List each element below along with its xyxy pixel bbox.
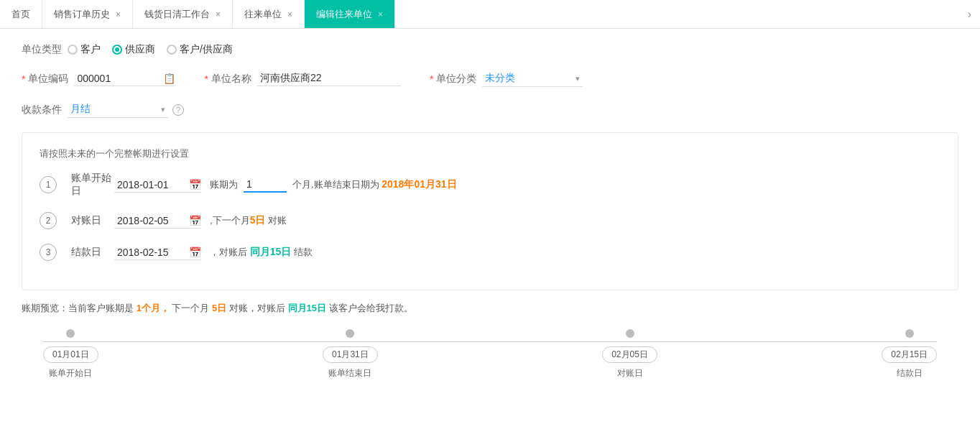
unit-name-input[interactable] xyxy=(257,71,401,86)
period-start-date-input[interactable] xyxy=(114,178,186,192)
payment-help-icon[interactable]: ? xyxy=(172,104,184,116)
period-recon-date-input[interactable] xyxy=(114,213,186,228)
preview-day-orange: 5日 xyxy=(212,303,226,313)
preview-prefix: 账期预览：当前客户账期是 xyxy=(22,303,134,313)
tab-partner-unit-close[interactable]: × xyxy=(287,9,292,19)
period-payment-day-highlight: 同月15日 xyxy=(250,246,292,259)
tab-edit-partner[interactable]: 编辑往来单位 × xyxy=(305,0,395,28)
period-row1-suffix-before: 账期为 xyxy=(210,178,238,191)
period-month-input[interactable] xyxy=(244,177,287,191)
period-field-label-3: 结款日 xyxy=(71,246,114,259)
form-row-unit-info: * 单位编码 📋 * 单位名称 * 单位分类 未分类 ▾ xyxy=(22,70,958,87)
period-end-date-highlight: 2018年01月31日 xyxy=(382,178,456,191)
period-payment-date-wrap: 📅 xyxy=(114,245,201,260)
payment-condition-value: 月结 xyxy=(70,103,157,116)
radio-customer-circle xyxy=(68,45,78,55)
tab-home[interactable]: 首页 xyxy=(0,0,42,28)
unit-category-dropdown[interactable]: 未分类 ▾ xyxy=(482,70,583,87)
period-settings-box: 请按照未来的一个完整帐期进行设置 1 账单开始日 📅 账期为 个月,账单结束日期… xyxy=(22,132,958,290)
period-row1-suffix-after: 个月,账单结束日期为 xyxy=(292,178,382,191)
timeline-label-2: 对账日 xyxy=(617,367,643,380)
preview-day-teal: 同月15日 xyxy=(288,303,329,313)
payment-condition-dropdown[interactable]: 月结 ▾ xyxy=(68,101,168,118)
radio-supplier-circle xyxy=(112,45,122,55)
timeline-badge-2: 02月05日 xyxy=(602,346,657,363)
period-field-label-1: 账单开始日 xyxy=(71,172,114,198)
timeline-node-1: 01月31日 账单结束日 xyxy=(323,329,378,380)
unit-category-value: 未分类 xyxy=(485,72,571,85)
period-row2-prefix: ,下一个月 xyxy=(210,214,250,227)
period-row-3: 3 结款日 📅 ，对账后 同月15日 结款 xyxy=(40,244,940,261)
form-item-unit-code: * 单位编码 📋 xyxy=(22,71,175,86)
unit-name-label: 单位名称 xyxy=(211,73,251,86)
radio-customer-label: 客户 xyxy=(80,43,101,56)
timeline-badge-0: 01月01日 xyxy=(43,346,98,363)
tab-cash-work[interactable]: 钱货日清工作台 × xyxy=(133,0,233,28)
tab-partner-unit-label: 往来单位 xyxy=(244,8,282,21)
period-row-2: 2 对账日 📅 ,下一个月 5日 对账 xyxy=(40,212,940,229)
tab-sales-history-close[interactable]: × xyxy=(116,9,121,19)
radio-customer[interactable]: 客户 xyxy=(68,43,101,56)
preview-middle: 下一个月 xyxy=(172,303,209,313)
form-item-unit-category: * 单位分类 未分类 ▾ xyxy=(430,70,583,87)
unit-type-radio-group: 客户 供应商 客户/供应商 xyxy=(68,43,233,56)
period-recon-date-wrap: 📅 xyxy=(114,213,201,229)
timeline-node-3-label-wrap: 02月15日 结款日 xyxy=(882,346,937,380)
period-start-date-wrap: 📅 xyxy=(114,178,201,193)
period-recon-day-highlight: 5日 xyxy=(250,214,266,227)
unit-code-label: 单位编码 xyxy=(28,73,68,86)
timeline-dot-0 xyxy=(66,329,75,338)
payment-condition-arrow-icon: ▾ xyxy=(161,105,165,114)
main-content: 单位类型 客户 供应商 客户/供应商 * 单位编码 xyxy=(0,29,980,437)
period-box-title: 请按照未来的一个完整帐期进行设置 xyxy=(40,147,940,160)
preview-section: 账期预览：当前客户账期是 1个月， 下一个月 5日 对账，对账后 同月15日 该… xyxy=(22,302,958,315)
form-item-unit-type: 单位类型 客户 供应商 客户/供应商 xyxy=(22,43,233,56)
tabs-bar: 首页 销售订单历史 × 钱货日清工作台 × 往来单位 × 编辑往来单位 × › xyxy=(0,0,980,29)
timeline-label-0: 账单开始日 xyxy=(49,367,92,380)
tab-partner-unit[interactable]: 往来单位 × xyxy=(233,0,305,28)
period-start-date-cal-icon[interactable]: 📅 xyxy=(189,179,201,190)
period-row-1: 1 账单开始日 📅 账期为 个月,账单结束日期为 2018年01月31日 xyxy=(40,172,940,198)
timeline-dot-1 xyxy=(346,329,354,338)
period-row2-suffix: 对账 xyxy=(265,214,287,227)
timeline-node-2: 02月05日 对账日 xyxy=(602,329,657,380)
radio-supplier-label: 供应商 xyxy=(125,43,155,56)
unit-code-input[interactable] xyxy=(74,71,160,86)
timeline-container: 01月01日 账单开始日 01月31日 账单结束日 02月05日 对账日 xyxy=(22,329,958,380)
tab-edit-partner-label: 编辑往来单位 xyxy=(316,8,372,21)
unit-category-label: 单位分类 xyxy=(436,73,476,86)
tab-sales-history-label: 销售订单历史 xyxy=(54,8,110,21)
unit-code-star: * xyxy=(22,73,25,85)
period-num-3: 3 xyxy=(40,244,57,261)
tab-sales-history[interactable]: 销售订单历史 × xyxy=(42,0,133,28)
period-num-1: 1 xyxy=(40,176,57,193)
tab-edit-partner-close[interactable]: × xyxy=(378,9,383,19)
form-item-unit-name: * 单位名称 xyxy=(204,71,400,86)
period-row3-prefix: ，对账后 xyxy=(210,246,250,259)
tabs-more-arrow[interactable]: › xyxy=(959,8,980,21)
timeline-node-2-label-wrap: 02月05日 对账日 xyxy=(602,346,657,380)
radio-customer-supplier-circle xyxy=(167,45,177,55)
timeline-label-1: 账单结束日 xyxy=(328,367,371,380)
unit-category-arrow-icon: ▾ xyxy=(575,74,580,83)
timeline-node-1-label-wrap: 01月31日 账单结束日 xyxy=(323,346,378,380)
unit-type-label: 单位类型 xyxy=(22,43,62,56)
radio-customer-supplier[interactable]: 客户/供应商 xyxy=(167,43,233,56)
preview-after-reconcile: 对账，对账后 xyxy=(229,303,285,313)
period-payment-date-input[interactable] xyxy=(114,245,186,259)
period-num-2: 2 xyxy=(40,212,57,229)
period-recon-date-cal-icon[interactable]: 📅 xyxy=(189,215,201,226)
tab-cash-work-close[interactable]: × xyxy=(216,9,221,19)
tab-cash-work-label: 钱货日清工作台 xyxy=(144,8,210,21)
radio-supplier[interactable]: 供应商 xyxy=(112,43,155,56)
preview-month-highlight: 1个月， xyxy=(137,303,170,313)
unit-code-input-wrap: 📋 xyxy=(74,71,175,86)
period-field-label-2: 对账日 xyxy=(71,214,114,227)
unit-code-copy-icon[interactable]: 📋 xyxy=(163,73,175,84)
timeline-nodes: 01月01日 账单开始日 01月31日 账单结束日 02月05日 对账日 xyxy=(43,329,937,380)
period-payment-date-cal-icon[interactable]: 📅 xyxy=(189,247,201,258)
payment-condition-label: 收款条件 xyxy=(22,104,62,116)
timeline-node-0-label-wrap: 01月01日 账单开始日 xyxy=(43,346,98,380)
timeline-node-0: 01月01日 账单开始日 xyxy=(43,329,98,380)
timeline-node-3: 02月15日 结款日 xyxy=(882,329,937,380)
